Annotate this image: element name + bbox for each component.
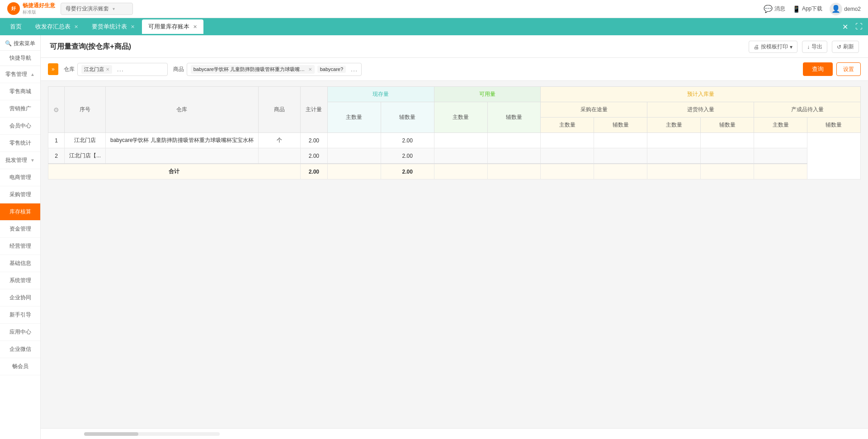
warehouse-filter-dots[interactable]: … (117, 65, 124, 73)
filter-actions: 查询 设置 (803, 62, 861, 76)
sidebar-basic-info-label: 基础信息 (9, 260, 31, 267)
sidebar-item-enterprise-wechat[interactable]: 企业微信 (0, 341, 40, 358)
export-button[interactable]: ↓ 导出 (802, 41, 827, 53)
filter-bar: » 仓库 江北门店 ✕ … 商品 babycare学饮杯 儿童防摔防撞吸管杯重力… (41, 58, 868, 81)
tab-expand[interactable]: ⛶ (854, 21, 864, 33)
sidebar-finance-label: 资金管理 (9, 225, 31, 233)
sidebar-item-wholesale-mgmt[interactable]: 批发管理 ▼ (0, 152, 40, 169)
horizontal-scrollbar-thumb[interactable] (84, 432, 138, 436)
sidebar-item-business-mgmt[interactable]: 经营管理 (0, 238, 40, 255)
sidebar-item-purchase-mgmt[interactable]: 采购管理 (0, 186, 40, 203)
message-button[interactable]: 💬 消息 (764, 5, 785, 13)
page-actions: 🖨 按模板打印 ▾ ↓ 导出 ↺ 刷新 (749, 41, 859, 53)
th-purchase-onway-main: 主数量 (541, 118, 594, 133)
product-tag-2: babycare? (317, 66, 346, 73)
warehouse-tag-text: 江北门店 (84, 66, 104, 73)
total-current-main: 2.00 (300, 164, 327, 179)
refresh-button[interactable]: ↺ 刷新 (832, 41, 859, 53)
tab-receipt-summary[interactable]: 收发存汇总表 ✕ (29, 19, 85, 34)
tab-bar: 首页 收发存汇总表 ✕ 要货单统计表 ✕ 可用量库存账本 ✕ ✕ ⛶ (0, 18, 868, 35)
industry-selector[interactable]: 母婴行业演示账套 ▾ (61, 3, 133, 15)
total-available-main: 2.00 (381, 164, 434, 179)
warehouse-filter-input[interactable]: 江北门店 ✕ … (77, 63, 168, 76)
refresh-icon: ↺ (837, 44, 841, 50)
row-1-unit: 个 (258, 133, 300, 148)
sidebar-item-retail-stats[interactable]: 零售统计 (0, 135, 40, 152)
sidebar-item-marketing[interactable]: 营销推广 (0, 100, 40, 118)
th-product-pending-group: 产成品待入量 (754, 102, 861, 118)
sidebar-item-basic-info[interactable]: 基础信息 (0, 255, 40, 272)
user-profile[interactable]: 👤 demo2 (830, 3, 861, 15)
product-filter-label: 商品 (173, 66, 184, 73)
total-purchase-onway-aux (541, 164, 594, 179)
table-container[interactable]: ⚙ 序号 仓库 商品 主计量 现存量 可用量 预计入库量 主数量 辅数量 (41, 81, 868, 428)
sidebar-search[interactable]: 🔍 搜索菜单 (0, 35, 40, 51)
row-2-product (106, 148, 259, 164)
sidebar-marketing-label: 营销推广 (9, 105, 31, 113)
total-product-pending-main (701, 164, 754, 179)
th-expected-in-group: 预计入库量 (541, 87, 861, 102)
sidebar-item-retail-mgmt[interactable]: 零售管理 ▲ (0, 66, 40, 83)
row-1-product-pending-main (701, 133, 754, 148)
th-settings[interactable]: ⚙ (48, 87, 65, 133)
total-product-pending-aux (754, 164, 807, 179)
product-filter-dots[interactable]: … (350, 65, 358, 73)
th-incoming-pending-aux: 辅数量 (701, 118, 754, 133)
sidebar-item-enterprise-collab[interactable]: 企业协同 (0, 289, 40, 307)
sidebar-enterprise-collab-label: 企业协同 (9, 294, 31, 302)
logo-text-area: 畅捷通好生意 标准版 (23, 2, 55, 15)
product-filter-input[interactable]: babycare学饮杯 儿童防摔防撞吸管杯重力球吸嘴杯宝宝水杯 ✕ babyca… (187, 63, 362, 76)
content-area: 可用量查询(按仓库+商品) 🖨 按模板打印 ▾ ↓ 导出 ↺ 刷新 » (41, 35, 868, 439)
tab-available-stock-close[interactable]: ✕ (193, 24, 197, 30)
sidebar-item-app-center[interactable]: 应用中心 (0, 324, 40, 341)
row-2-available-aux (434, 148, 487, 164)
app-download-button[interactable]: 📱 App下载 (793, 5, 822, 13)
sidebar-quick-nav-label: 快捷导航 (9, 55, 31, 61)
horizontal-scrollbar-track[interactable] (84, 432, 220, 436)
sidebar-retail-mgmt-label: 零售管理 (5, 71, 27, 78)
row-2-product-pending-aux (754, 148, 807, 164)
query-button[interactable]: 查询 (803, 62, 833, 76)
tab-receipt-summary-close[interactable]: ✕ (74, 24, 78, 30)
table-header-row-1: ⚙ 序号 仓库 商品 主计量 现存量 可用量 预计入库量 (48, 87, 861, 102)
template-print-label: 按模板打印 (761, 43, 788, 51)
sidebar-item-new-guide[interactable]: 新手引导 (0, 307, 40, 324)
username: demo2 (844, 6, 861, 12)
row-2-warehouse: 江北门店【... (65, 148, 106, 164)
tab-close-all[interactable]: ✕ (840, 21, 850, 33)
th-unit: 主计量 (300, 87, 327, 133)
product-tag-1-text: babycare学饮杯 儿童防摔防撞吸管杯重力球吸嘴杯宝宝水杯 (193, 66, 307, 73)
sidebar-item-member-pro[interactable]: 畅会员 (0, 358, 40, 375)
row-2-purchase-onway-aux (541, 148, 594, 164)
sidebar-member-pro-label: 畅会员 (12, 363, 28, 370)
sidebar-item-finance-mgmt[interactable]: 资金管理 (0, 221, 40, 238)
sidebar-item-member-center[interactable]: 会员中心 (0, 118, 40, 135)
th-available-stock-group: 可用量 (434, 87, 541, 102)
filter-expand-button[interactable]: » (48, 63, 58, 75)
tab-home[interactable]: 首页 (4, 19, 28, 34)
tab-available-stock[interactable]: 可用量库存账本 ✕ (142, 19, 203, 34)
total-incoming-pending-aux (647, 164, 701, 179)
sidebar-item-inventory-check[interactable]: 库存核算 (0, 203, 40, 221)
tab-order-stats[interactable]: 要货单统计表 ✕ (85, 19, 141, 34)
template-print-button[interactable]: 🖨 按模板打印 ▾ (749, 41, 797, 53)
th-current-stock-group: 现存量 (327, 87, 434, 102)
table-row: 1 江北门店 babycare学饮杯 儿童防摔防撞吸管杯重力球吸嘴杯宝宝水杯 个… (48, 133, 861, 148)
th-product: 商品 (258, 87, 300, 133)
warehouse-tag-close[interactable]: ✕ (106, 67, 109, 72)
chevron-down-icon: ▾ (790, 44, 793, 50)
app-download-label: App下载 (802, 5, 822, 13)
sidebar-quick-nav[interactable]: 快捷导航 (0, 51, 40, 66)
settings-button[interactable]: 设置 (836, 62, 861, 76)
row-1-no: 1 (48, 133, 65, 148)
row-2-incoming-pending-aux (647, 148, 701, 164)
refresh-label: 刷新 (843, 43, 854, 51)
logo-text: 畅捷通好生意 (23, 2, 55, 9)
sidebar-item-retail-mall[interactable]: 零售商城 (0, 83, 40, 100)
sidebar-sys-mgmt-label: 系统管理 (9, 277, 31, 284)
tab-order-stats-close[interactable]: ✕ (131, 24, 135, 30)
sidebar-item-ecommerce-mgmt[interactable]: 电商管理 (0, 169, 40, 186)
main-layout: 🔍 搜索菜单 快捷导航 零售管理 ▲ 零售商城 营销推广 会员中心 零售统计 批… (0, 35, 868, 439)
sidebar-item-sys-mgmt[interactable]: 系统管理 (0, 272, 40, 289)
product-tag-1-close[interactable]: ✕ (308, 67, 312, 72)
